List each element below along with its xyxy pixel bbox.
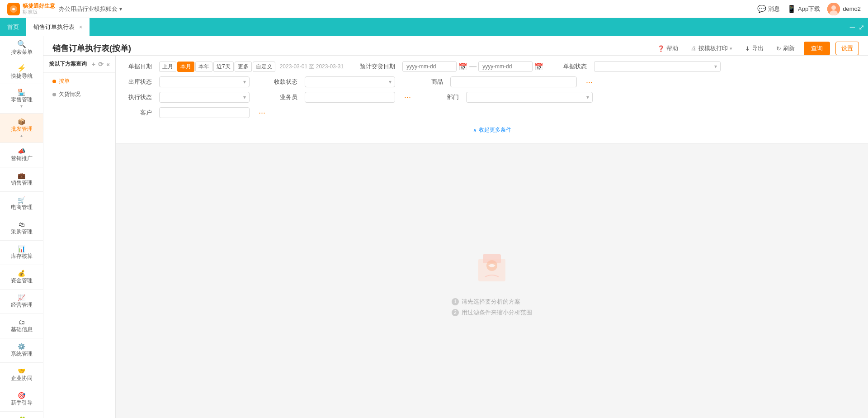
logo-area: 畅捷通好生意 标准版	[7, 3, 55, 15]
sidebar-item-operations[interactable]: 📈 经营管理	[0, 290, 43, 314]
calendar-end-icon[interactable]: 📅	[534, 62, 543, 71]
calendar-start-icon[interactable]: 📅	[458, 62, 467, 71]
receive-status-select[interactable]	[305, 76, 395, 87]
settings-button[interactable]: 设置	[835, 42, 859, 55]
dept-select[interactable]	[466, 92, 593, 103]
scheme-item-shortage[interactable]: 欠货情况	[43, 88, 115, 101]
dept-wrapper	[466, 92, 593, 103]
date-btn-more[interactable]: 更多	[235, 62, 252, 72]
date-btn-this-month[interactable]: 本月	[177, 62, 194, 72]
date-range-text: 2023-03-01 至 2023-03-31	[280, 63, 344, 71]
tab-close-icon[interactable]: ×	[79, 24, 82, 30]
date-btn-7days[interactable]: 近7天	[213, 62, 234, 72]
tab-sales-order[interactable]: 销售订单执行表 ×	[26, 18, 90, 36]
salesman-dots[interactable]: ···	[404, 93, 411, 101]
export-button[interactable]: ⬇ 导出	[741, 43, 767, 54]
customer-input[interactable]	[159, 107, 250, 118]
print-button[interactable]: 🖨 按模板打印 ▾	[687, 43, 736, 54]
user-area[interactable]: demo2	[827, 3, 861, 15]
sidebar-item-purchase[interactable]: 🛍 采购管理	[0, 216, 43, 241]
sidebar-item-marketing[interactable]: 📣 营销推广	[0, 143, 43, 167]
top-bar-left: 畅捷通好生意 标准版 办公用品行业模拟账套 ▾	[7, 3, 122, 15]
sidebar-item-wholesale[interactable]: 📦 批发管理 ▴	[0, 114, 43, 143]
chevron-down-icon: ▾	[20, 104, 23, 109]
ship-status-select[interactable]	[159, 76, 250, 87]
empty-tip-2: 2 用过滤条件来缩小分析范围	[452, 309, 532, 317]
logo-icon	[7, 3, 20, 15]
forecast-date-label: 预计交货日期	[360, 62, 395, 71]
forecast-date-end[interactable]	[478, 61, 533, 72]
add-scheme-icon[interactable]: +	[92, 61, 95, 68]
refresh-scheme-icon[interactable]: ⟳	[98, 61, 104, 68]
left-nav-panel: 按以下方案查询 + ⟳ « 按单 欠货情况	[43, 56, 116, 418]
ship-status-label: 出库状态	[125, 78, 152, 86]
sidebar-item-newuser[interactable]: 🎯 新手引导	[0, 387, 43, 412]
exec-status-wrapper	[159, 92, 250, 103]
collapse-button[interactable]: ∧ 收起更多条件	[473, 124, 511, 136]
date-btn-last-month[interactable]: 上月	[159, 62, 176, 72]
date-btn-custom[interactable]: 自定义	[253, 62, 275, 72]
sidebar-item-basic[interactable]: 🗂 基础信息	[0, 314, 43, 338]
print-dropdown-icon[interactable]: ▾	[730, 46, 732, 52]
date-sep: —	[469, 62, 476, 71]
status-select[interactable]	[594, 61, 721, 72]
sidebar-item-finance[interactable]: 💰 资金管理	[0, 265, 43, 290]
help-button[interactable]: ❓ 帮助	[654, 43, 682, 54]
sidebar-item-sales[interactable]: 💼 销售管理	[0, 167, 43, 192]
left-nav-actions: + ⟳ «	[92, 61, 110, 68]
receive-status-label: 收款状态	[270, 78, 297, 86]
exec-status-label: 执行状态	[125, 93, 152, 101]
sidebar-item-apps[interactable]: 🧩 应用中心	[0, 412, 43, 418]
filter-row-4: 客户 ···	[125, 107, 859, 118]
empty-tip-1: 1 请先选择要分析的方案	[452, 298, 532, 306]
refresh-icon: ↻	[776, 45, 781, 52]
breadcrumb-dropdown-icon[interactable]: ▾	[119, 6, 122, 12]
customer-dots[interactable]: ···	[259, 109, 265, 117]
logo-text: 畅捷通好生意 标准版	[23, 3, 55, 15]
customer-label: 客户	[125, 109, 152, 117]
scheme-item-dan[interactable]: 按单	[43, 75, 115, 88]
status-label: 单据状态	[560, 62, 587, 71]
date-shortcut-group: 上月 本月 本年 近7天 更多 自定义 2023-03-01 至 2023-03…	[159, 62, 344, 72]
print-icon: 🖨	[691, 45, 697, 52]
date-btn-this-year[interactable]: 本年	[195, 62, 212, 72]
sidebar-item-quick-nav[interactable]: ⚡ 快捷导航	[0, 60, 43, 84]
collapse-panel-icon[interactable]: «	[106, 61, 110, 68]
sidebar-item-system[interactable]: ⚙️ 系统管理	[0, 338, 43, 363]
dept-label: 部门	[432, 93, 459, 101]
goods-dots[interactable]: ···	[586, 78, 593, 86]
status-select-wrapper	[594, 61, 721, 72]
collapse-icon: ∧	[473, 127, 477, 133]
sidebar-item-retail[interactable]: 🏪 零售管理 ▾	[0, 84, 43, 114]
content-area: 销售订单执行表(按单) ❓ 帮助 🖨 按模板打印 ▾ ⬇ 导出 ↻ 刷新	[43, 36, 868, 418]
tab-bar-actions: ─ ⤢	[850, 23, 868, 32]
tip-2-num: 2	[452, 309, 459, 316]
message-button[interactable]: 💬 消息	[757, 5, 780, 13]
left-nav-header: 按以下方案查询 + ⟳ «	[43, 56, 115, 73]
sidebar-item-ecommerce[interactable]: 🛒 电商管理	[0, 192, 43, 216]
tab-home[interactable]: 首页	[0, 18, 26, 36]
empty-tips: 1 请先选择要分析的方案 2 用过滤条件来缩小分析范围	[452, 298, 532, 317]
app-download-button[interactable]: 📱 App下载	[787, 5, 820, 13]
top-bar-right: 💬 消息 📱 App下载 demo2	[757, 3, 861, 15]
user-name: demo2	[843, 5, 861, 12]
inactive-dot-icon	[52, 93, 56, 96]
goods-input[interactable]	[450, 76, 577, 87]
empty-illustration	[469, 245, 514, 292]
sidebar-item-search[interactable]: 🔍 搜索菜单	[0, 36, 43, 60]
salesman-input[interactable]	[305, 92, 395, 103]
active-dot-icon	[52, 80, 56, 83]
forecast-date-start[interactable]	[402, 61, 457, 72]
refresh-button[interactable]: ↻ 刷新	[773, 43, 798, 54]
exec-status-select[interactable]	[159, 92, 250, 103]
sidebar-item-inventory[interactable]: 📊 库存核算	[0, 241, 43, 265]
top-bar: 畅捷通好生意 标准版 办公用品行业模拟账套 ▾ 💬 消息 📱 App下载	[0, 0, 868, 18]
query-button[interactable]: 查询	[804, 42, 830, 55]
filter-panel: 单据日期 上月 本月 本年 近7天 更多 自定义 2023-03-01 至 20…	[116, 56, 868, 143]
tab-minimize-icon[interactable]: ─	[850, 23, 855, 31]
receive-status-wrapper	[305, 76, 395, 87]
tip-1-num: 1	[452, 298, 459, 305]
sidebar-item-enterprise[interactable]: 🤝 企业协同	[0, 363, 43, 387]
ship-status-wrapper	[159, 76, 250, 87]
tab-expand-icon[interactable]: ⤢	[859, 23, 864, 32]
